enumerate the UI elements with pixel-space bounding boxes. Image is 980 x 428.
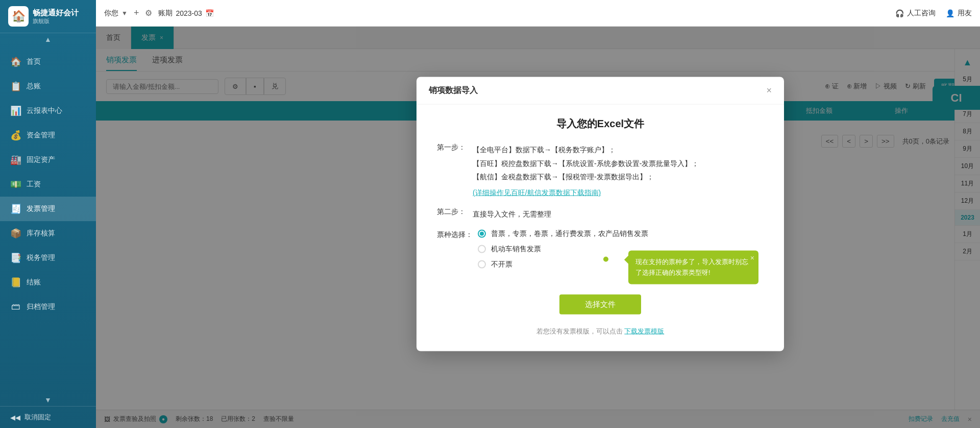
consult-button[interactable]: 🎧 人工咨询 — [895, 9, 936, 18]
settings-icon[interactable]: ⚙ — [145, 8, 152, 18]
step1-line3: 【航信】金税盘数据下载→【报税管理-发票数据导出】； — [473, 170, 699, 184]
sidebar-nav: 🏠 首页 📋 总账 📊 云报表中心 💰 资金管理 🏭 固定资产 💵 工资 🧾 发… — [0, 45, 96, 394]
radio-motor-label: 机动车销售发票 — [491, 244, 541, 253]
sidebar-label-tax: 税务管理 — [27, 253, 55, 263]
sidebar-item-assets[interactable]: 🏭 固定资产 — [0, 148, 96, 172]
modal-main-title: 导入您的Excel文件 — [437, 117, 764, 131]
app-title: 畅捷通好会计 — [33, 8, 79, 18]
sidebar-item-ledger[interactable]: 📋 总账 — [0, 74, 96, 99]
radio-normal-btn[interactable] — [478, 229, 486, 237]
modal-footer: 若您没有发票模版，可以点击 下载发票模版 — [437, 326, 764, 336]
step1-label: 第一步： — [437, 143, 473, 199]
archive-icon: 🗃 — [10, 301, 21, 312]
sidebar-item-inventory[interactable]: 📦 库存核算 — [0, 221, 96, 246]
user-icon: 👤 — [946, 9, 954, 17]
step1-row: 第一步： 【全电平台】数据下载→【税务数字账户】； 【百旺】税控盘数据下载→【系… — [437, 143, 764, 199]
salary-icon: 💵 — [10, 179, 21, 190]
step1-content: 【全电平台】数据下载→【税务数字账户】； 【百旺】税控盘数据下载→【系统设置-系… — [473, 143, 699, 199]
sidebar-item-archive[interactable]: 🗃 归档管理 — [0, 295, 96, 319]
sidebar-label-home: 首页 — [27, 57, 41, 66]
sidebar-scroll-up[interactable]: ▲ — [0, 33, 96, 45]
step1-guide-link[interactable]: (详细操作见百旺/航信发票数据下载指南) — [473, 188, 601, 196]
app-sub: 旗舰版 — [33, 17, 79, 25]
tooltip-dot — [603, 256, 608, 261]
logo-icon: 🏠 — [8, 6, 29, 27]
sidebar-label-assets: 固定资产 — [27, 155, 55, 164]
sidebar-label-reports: 云报表中心 — [27, 106, 62, 115]
tooltip-close-button[interactable]: × — [750, 253, 754, 261]
sidebar-item-closing[interactable]: 📒 结账 — [0, 270, 96, 295]
reports-icon: 📊 — [10, 105, 21, 116]
topbar-right: 🎧 人工咨询 👤 用友 — [895, 9, 972, 18]
step2-label: 第二步： — [437, 207, 473, 221]
step2-row: 第二步： 直接导入文件，无需整理 — [437, 207, 764, 221]
sidebar-label-invoice: 发票管理 — [27, 204, 55, 213]
company-name: 你您 — [104, 9, 118, 18]
sidebar-label-archive: 归档管理 — [27, 302, 55, 312]
inventory-icon: 📦 — [10, 228, 21, 239]
modal-title: 销项数据导入 — [429, 85, 478, 96]
radio-group: 普票，专票，卷票，通行费发票，农产品销售发票 机动车销售发票 × 现在支持的票种… — [478, 229, 648, 275]
step1-line2: 【百旺】税控盘数据下载→【系统设置-系统参数设置-发票批量导入】； — [473, 156, 699, 170]
ledger-icon: 📋 — [10, 81, 21, 92]
sidebar-label-funds: 资金管理 — [27, 131, 55, 140]
calendar-icon: 📅 — [205, 9, 214, 17]
modal-close-button[interactable]: × — [766, 85, 772, 96]
footer-text: 若您没有发票模版，可以点击 — [536, 327, 623, 335]
company-arrow-icon: ▼ — [121, 10, 128, 17]
download-template-link[interactable]: 下载发票模版 — [624, 327, 664, 335]
sidebar-label-ledger: 总账 — [27, 82, 41, 91]
user-menu[interactable]: 👤 用友 — [946, 9, 972, 18]
tax-icon: 📑 — [10, 252, 21, 264]
modal-header: 销项数据导入 × — [416, 77, 784, 105]
invoice-icon: 🧾 — [10, 203, 21, 215]
radio-normal[interactable]: 普票，专票，卷票，通行费发票，农产品销售发票 — [478, 229, 648, 238]
topbar: 你您 ▼ + ⚙ 账期 2023-03 📅 🎧 人工咨询 👤 用友 — [96, 0, 980, 27]
tooltip-text: 现在支持的票种多了，导入发票时别忘了选择正确的发票类型呀! — [635, 257, 748, 276]
consult-label: 人工咨询 — [907, 9, 936, 18]
sidebar-item-invoice[interactable]: 🧾 发票管理 — [0, 197, 96, 221]
ticket-selection: 票种选择： 普票，专票，卷票，通行费发票，农产品销售发票 机动车销售发票 × 现… — [437, 229, 764, 282]
period-selector[interactable]: 账期 2023-03 📅 — [158, 9, 213, 18]
period-value: 2023-03 — [176, 9, 202, 17]
step2-text: 直接导入文件，无需整理 — [473, 210, 551, 218]
radio-motor[interactable]: 机动车销售发票 × 现在支持的票种多了，导入发票时别忘了选择正确的发票类型呀! — [478, 244, 648, 253]
radio-motor-btn[interactable] — [478, 245, 486, 253]
sidebar-unpin[interactable]: ◀◀ 取消固定 — [0, 406, 96, 428]
logo-text-block: 畅捷通好会计 旗舰版 — [33, 8, 79, 26]
unpin-icon: ◀◀ — [10, 414, 20, 421]
step1-line1: 【全电平台】数据下载→【税务数字账户】； — [473, 143, 699, 157]
step2-content: 直接导入文件，无需整理 — [473, 207, 551, 221]
tooltip-bubble: × 现在支持的票种多了，导入发票时别忘了选择正确的发票类型呀! — [628, 250, 758, 284]
sidebar-logo: 🏠 畅捷通好会计 旗舰版 — [0, 0, 96, 33]
unpin-label: 取消固定 — [24, 413, 51, 422]
radio-noticket[interactable]: 不开票 — [478, 259, 648, 269]
home-icon: 🏠 — [10, 56, 21, 67]
sidebar-item-home[interactable]: 🏠 首页 — [0, 50, 96, 74]
radio-noticket-label: 不开票 — [491, 259, 512, 269]
radio-noticket-btn[interactable] — [478, 260, 486, 268]
modal-body: 导入您的Excel文件 第一步： 【全电平台】数据下载→【税务数字账户】； 【百… — [416, 105, 784, 351]
sidebar-label-salary: 工资 — [27, 180, 41, 189]
add-tab-button[interactable]: + — [134, 8, 139, 18]
assets-icon: 🏭 — [10, 154, 21, 165]
sidebar-item-salary[interactable]: 💵 工资 — [0, 172, 96, 197]
select-file-button[interactable]: 选择文件 — [559, 294, 641, 314]
user-label: 用友 — [958, 9, 972, 18]
sidebar-label-closing: 结账 — [27, 278, 41, 287]
ticket-label: 票种选择： — [437, 229, 478, 239]
sidebar-item-tax[interactable]: 📑 税务管理 — [0, 246, 96, 270]
sidebar-label-inventory: 库存核算 — [27, 229, 55, 238]
period-label: 账期 — [158, 9, 173, 18]
closing-icon: 📒 — [10, 277, 21, 288]
funds-icon: 💰 — [10, 130, 21, 141]
sidebar: 🏠 畅捷通好会计 旗舰版 ▲ 🏠 首页 📋 总账 📊 云报表中心 💰 资金管理 … — [0, 0, 96, 428]
sidebar-item-reports[interactable]: 📊 云报表中心 — [0, 99, 96, 123]
headset-icon: 🎧 — [895, 9, 904, 17]
sidebar-item-funds[interactable]: 💰 资金管理 — [0, 123, 96, 148]
radio-normal-label: 普票，专票，卷票，通行费发票，农产品销售发票 — [491, 229, 648, 238]
company-selector[interactable]: 你您 ▼ — [104, 9, 128, 18]
import-modal: 销项数据导入 × 导入您的Excel文件 第一步： 【全电平台】数据下载→【税务… — [416, 77, 784, 351]
sidebar-scroll-down[interactable]: ▼ — [0, 394, 96, 406]
